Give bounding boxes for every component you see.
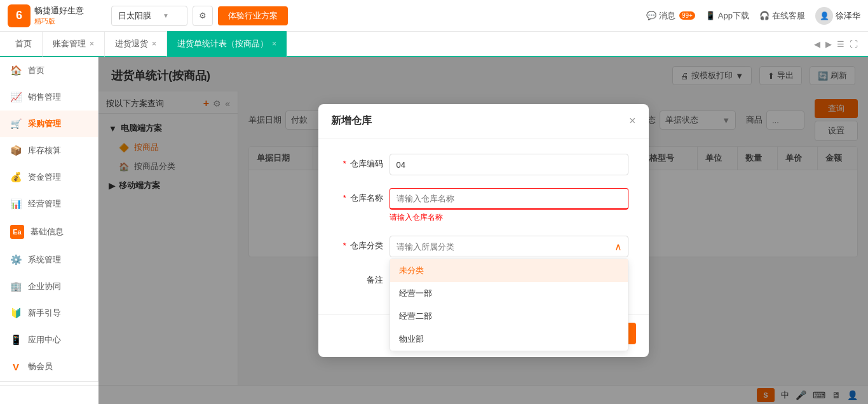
sidebar-item-system[interactable]: ⚙️ 系统管理 — [0, 246, 98, 273]
logo-area: 6 畅捷通好生意 精巧版 — [8, 4, 106, 27]
tab-purchase-return-label: 进货退货 — [115, 38, 148, 50]
tab-next-icon[interactable]: ▶ — [825, 39, 832, 49]
sidebar-item-operation[interactable]: 📊 经营管理 — [0, 191, 98, 217]
sidebar-item-inventory[interactable]: 📦 库存核算 — [0, 137, 98, 164]
tab-bar: 首页 账套管理 × 进货退货 × 进货单统计表（按商品） × ◀ ▶ ☰ ⛶ — [0, 32, 868, 57]
name-required-star: * — [343, 193, 346, 203]
sidebar-item-member[interactable]: V 畅会员 — [0, 353, 98, 380]
tab-purchase-stat-label: 进货单统计表（按商品） — [177, 38, 268, 50]
name-input[interactable] — [390, 188, 628, 210]
modal-title: 新增仓库 — [331, 114, 372, 128]
top-search-area: 日太阳膜 ▼ ⚙ 体验行业方案 — [111, 6, 641, 26]
inventory-icon: 📦 — [10, 145, 22, 156]
tab-purchase-stat[interactable]: 进货单统计表（按商品） × — [167, 31, 287, 57]
home-icon: 🏠 — [10, 65, 22, 76]
app-download-item[interactable]: 📱 App下载 — [705, 10, 749, 22]
tab-menu-icon[interactable]: ☰ — [837, 39, 844, 49]
logo-text-area: 畅捷通好生意 精巧版 — [34, 5, 84, 26]
category-input[interactable] — [390, 236, 628, 257]
dropdown-item-dept3[interactable]: 物业部 — [390, 328, 628, 351]
sidebar-item-home[interactable]: 🏠 首页 — [0, 57, 98, 84]
name-field: 请输入仓库名称 — [390, 188, 628, 223]
purchase-icon: 🛒 — [10, 118, 22, 130]
modal-overlay: 新增仓库 × * 仓库编码 — [98, 57, 868, 404]
sidebar-item-sales[interactable]: 📈 销售管理 — [0, 84, 98, 111]
top-right: 💬 消息 99+ 📱 App下载 🎧 在线客服 👤 徐泽华 — [646, 7, 860, 25]
sidebar-item-basic[interactable]: Ea 基础信息 — [0, 217, 98, 246]
sidebar-member-label: 畅会员 — [28, 361, 53, 372]
logo-main-text: 畅捷通好生意 — [34, 5, 84, 17]
online-service-label: 在线客服 — [772, 10, 805, 22]
sidebar-scroll: 🏠 首页 📈 销售管理 🛒 采购管理 📦 库存核算 💰 资金管理 📊 经 — [0, 57, 98, 404]
sidebar-system-label: 系统管理 — [28, 254, 61, 266]
content-area: 进货单统计(按商品) 🖨 按模板打印 ▼ ⬆ 导出 🔄 刷新 — [98, 57, 868, 404]
tab-prev-icon[interactable]: ◀ — [814, 39, 820, 49]
username-label: 徐泽华 — [836, 10, 860, 22]
sidebar-finance-label: 资金管理 — [28, 172, 61, 183]
dropdown-item-dept1[interactable]: 经营一部 — [390, 282, 628, 305]
tab-controls: ◀ ▶ ☰ ⛶ — [809, 39, 863, 49]
system-icon: ⚙️ — [10, 254, 22, 266]
code-label: * 仓库编码 — [339, 154, 390, 170]
category-label: * 仓库分类 — [339, 236, 390, 252]
guide-icon: 🔰 — [10, 307, 22, 319]
sidebar-enterprise-label: 企业协同 — [28, 281, 61, 292]
category-field-row: * 仓库分类 ∧ 未分类 经营一部 经营二部 物业部 — [339, 236, 628, 257]
sidebar-purchase-label: 采购管理 — [28, 118, 61, 130]
sidebar-app-label: 应用中心 — [28, 334, 61, 346]
name-label-text: 仓库名称 — [350, 193, 383, 203]
category-required-star: * — [343, 241, 346, 250]
code-field-row: * 仓库编码 — [339, 154, 628, 175]
code-label-text: 仓库编码 — [350, 159, 383, 168]
code-required-star: * — [343, 159, 346, 168]
category-label-text: 仓库分类 — [350, 241, 383, 250]
tab-home[interactable]: 首页 — [5, 31, 43, 57]
sidebar-item-guide[interactable]: 🔰 新手引导 — [0, 300, 98, 327]
tab-account-close[interactable]: × — [90, 39, 94, 48]
name-label: * 仓库名称 — [339, 188, 390, 204]
user-area[interactable]: 👤 徐泽华 — [815, 7, 860, 25]
tab-purchase-return[interactable]: 进货退货 × — [105, 31, 167, 57]
code-field — [390, 154, 628, 175]
tab-purchase-return-close[interactable]: × — [152, 39, 156, 48]
dropdown-item-dept2[interactable]: 经营二部 — [390, 305, 628, 328]
dropdown-arrow-icon[interactable]: ∧ — [614, 241, 622, 253]
ea-badge-icon: Ea — [10, 225, 24, 239]
sidebar-item-app[interactable]: 📱 应用中心 — [0, 327, 98, 353]
online-service-item[interactable]: 🎧 在线客服 — [759, 10, 805, 22]
sidebar-operation-label: 经营管理 — [28, 198, 61, 210]
message-item[interactable]: 💬 消息 99+ — [646, 10, 695, 22]
logo-icon: 6 — [8, 4, 31, 27]
trial-button[interactable]: 体验行业方案 — [218, 6, 288, 25]
finance-icon: 💰 — [10, 172, 22, 183]
note-label: 备注 — [339, 270, 390, 286]
sidebar-guide-label: 新手引导 — [28, 307, 61, 319]
main-layout: 🏠 首页 📈 销售管理 🛒 采购管理 📦 库存核算 💰 资金管理 📊 经 — [0, 57, 868, 404]
sidebar-inventory-label: 库存核算 — [28, 145, 61, 156]
category-dropdown-list: 未分类 经营一部 经营二部 物业部 — [390, 259, 628, 351]
tab-purchase-stat-close[interactable]: × — [272, 39, 276, 48]
search-select[interactable]: 日太阳膜 ▼ — [111, 6, 187, 26]
dropdown-item-uncategorized[interactable]: 未分类 — [390, 259, 628, 282]
enterprise-icon: 🏢 — [10, 281, 22, 292]
modal-close-button[interactable]: × — [629, 114, 636, 128]
message-badge: 99+ — [679, 11, 695, 20]
tab-account[interactable]: 账套管理 × — [43, 31, 105, 57]
sidebar-item-finance[interactable]: 💰 资金管理 — [0, 164, 98, 191]
message-label: 消息 — [659, 10, 675, 22]
sidebar-sales-label: 销售管理 — [28, 91, 61, 103]
search-select-arrow: ▼ — [163, 12, 169, 19]
modal-body: * 仓库编码 * 仓库名称 — [318, 138, 649, 314]
gear-button[interactable]: ⚙ — [193, 6, 213, 26]
logo-sub-text: 精巧版 — [34, 17, 84, 26]
new-warehouse-modal: 新增仓库 × * 仓库编码 — [318, 104, 649, 357]
app-icon: 📱 — [10, 334, 22, 346]
sidebar-item-enterprise[interactable]: 🏢 企业协同 — [0, 273, 98, 300]
tab-fullscreen-icon[interactable]: ⛶ — [850, 39, 858, 49]
logo-symbol: 6 — [16, 9, 22, 22]
name-field-row: * 仓库名称 请输入仓库名称 — [339, 188, 628, 223]
code-input[interactable] — [390, 154, 628, 175]
tab-home-label: 首页 — [15, 38, 32, 50]
sidebar-item-purchase[interactable]: 🛒 采购管理 — [0, 111, 98, 137]
headset-icon: 🎧 — [759, 11, 770, 20]
